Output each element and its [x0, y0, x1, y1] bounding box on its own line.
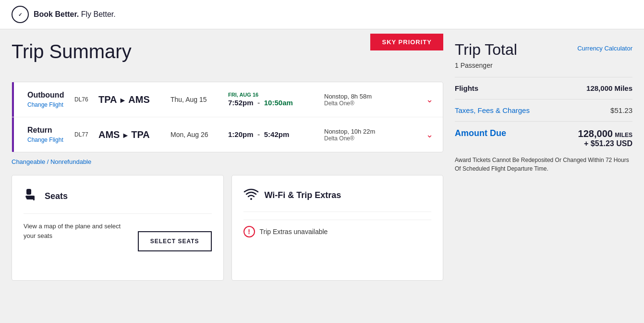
return-type: Return Change Flight	[22, 126, 74, 143]
wifi-card: Wi-Fi & Trip Extras ! Trip Extras unavai…	[231, 175, 444, 281]
passenger-count: 1 Passenger	[455, 62, 632, 69]
right-panel: Trip Total Currency Calculator 1 Passeng…	[455, 41, 632, 281]
seats-content: View a map of the plane and select your …	[24, 222, 212, 251]
outbound-chevron-icon[interactable]: ⌄	[426, 94, 433, 105]
outbound-bar	[12, 82, 14, 117]
outbound-change-flight-link[interactable]: Change Flight	[27, 101, 74, 108]
page-title: Trip Summary	[12, 41, 132, 62]
outbound-flight-row: Outbound Change Flight DL76 TPA►AMS Thu,…	[12, 82, 443, 117]
seats-card-title: Seats	[45, 191, 68, 201]
return-arrive-time: 5:42pm	[264, 130, 290, 138]
return-label: Return	[27, 126, 74, 135]
outbound-nonstop: Nonstop, 8h 58m	[324, 93, 421, 100]
outbound-arrival-date: FRI, AUG 16	[228, 92, 324, 98]
return-chevron-icon[interactable]: ⌄	[426, 129, 433, 140]
flights-price-row: Flights 128,000 Miles	[455, 77, 632, 99]
outbound-type: Outbound Change Flight	[22, 91, 74, 108]
flights-value: 128,000 Miles	[586, 84, 632, 92]
amount-miles-line: 128,000 MILES	[578, 128, 632, 139]
outbound-label: Outbound	[27, 91, 74, 99]
amount-miles-label: MILES	[615, 132, 632, 138]
amount-plus: + $	[584, 139, 595, 148]
outbound-time: FRI, AUG 16 7:52pm - 10:50am	[228, 92, 324, 107]
taxes-label: Taxes, Fees & Charges	[455, 106, 530, 114]
return-cabin: Delta One®	[324, 135, 421, 142]
svg-rect-1	[33, 196, 35, 200]
amount-usd-label: USD	[616, 139, 632, 148]
trip-total-title: Trip Total	[455, 41, 517, 59]
amount-usd-line: + $51.23 USD	[578, 139, 632, 148]
return-flight-number: DL77	[74, 131, 98, 138]
svg-rect-0	[26, 189, 31, 195]
changeable-text: Changeable / Nonrefundable	[12, 158, 443, 165]
svg-point-2	[250, 198, 252, 200]
main-content: Trip Summary SKY PRIORITY Outbound Chang…	[0, 29, 644, 292]
bottom-cards: Seats View a map of the plane and select…	[12, 175, 443, 281]
currency-calculator-link[interactable]: Currency Calculator	[577, 45, 632, 52]
amount-due-value: 128,000 MILES + $51.23 USD	[578, 128, 632, 148]
taxes-value: $51.23	[610, 106, 632, 114]
wifi-divider	[243, 220, 432, 220]
logo-text: Book Better. Fly Better.	[34, 10, 116, 19]
return-flight-row: Return Change Flight DL77 AMS►TPA Mon, A…	[12, 117, 443, 152]
flights-label: Flights	[455, 84, 478, 92]
wifi-card-title: Wi-Fi & Trip Extras	[265, 190, 341, 200]
return-route: AMS►TPA	[98, 129, 170, 140]
amount-usd: 51.23	[595, 139, 614, 148]
return-origin: AMS	[98, 129, 120, 140]
outbound-origin: TPA	[98, 94, 117, 105]
outbound-cabin: Delta One®	[324, 100, 421, 107]
trip-extras-unavailable: ! Trip Extras unavailable	[243, 226, 432, 237]
return-bar	[12, 117, 14, 152]
wifi-icon	[243, 187, 259, 204]
return-depart-time: 1:20pm	[228, 130, 254, 138]
seats-text: View a map of the plane and select your …	[24, 222, 128, 240]
seats-card: Seats View a map of the plane and select…	[12, 175, 224, 281]
return-time: 1:20pm - 5:42pm	[228, 130, 324, 139]
return-change-flight-link[interactable]: Change Flight	[27, 137, 74, 143]
left-panel: Trip Summary SKY PRIORITY Outbound Chang…	[12, 41, 443, 281]
seats-body-text: View a map of the plane and select your …	[24, 222, 128, 240]
seats-card-header: Seats	[24, 187, 212, 214]
return-date: Mon, Aug 26	[170, 131, 228, 138]
outbound-date: Thu, Aug 15	[170, 96, 228, 103]
outbound-dest: AMS	[128, 94, 149, 105]
return-details: Nonstop, 10h 22m Delta One®	[324, 128, 421, 142]
outbound-arrive-time: 10:50am	[264, 99, 293, 107]
logo-icon: ✓	[12, 6, 29, 23]
select-seats-button[interactable]: SELECT SEATS	[138, 231, 212, 251]
outbound-flight-number: DL76	[74, 96, 98, 103]
trip-total-header: Trip Total Currency Calculator	[455, 41, 632, 59]
trip-extras-text: Trip Extras unavailable	[260, 228, 328, 236]
return-dest: TPA	[131, 129, 150, 140]
seat-icon	[24, 187, 39, 206]
flights-container: Outbound Change Flight DL76 TPA►AMS Thu,…	[12, 82, 443, 152]
taxes-price-row: Taxes, Fees & Charges $51.23	[455, 99, 632, 121]
amount-miles: 128,000	[578, 128, 613, 139]
return-nonstop: Nonstop, 10h 22m	[324, 128, 421, 135]
outbound-depart-time: 7:52pm	[228, 99, 254, 107]
amount-due-label: Amount Due	[455, 128, 506, 138]
wifi-card-header: Wi-Fi & Trip Extras	[243, 187, 432, 212]
outbound-details: Nonstop, 8h 58m Delta One®	[324, 93, 421, 107]
warning-icon: !	[243, 226, 255, 237]
sky-priority-button[interactable]: SKY PRIORITY	[370, 34, 443, 50]
header: ✓ Book Better. Fly Better.	[0, 0, 644, 29]
outbound-route: TPA►AMS	[98, 94, 170, 105]
award-notice: Award Tickets Cannot Be Redeposited Or C…	[455, 156, 632, 173]
amount-due-row: Amount Due 128,000 MILES + $51.23 USD	[455, 121, 632, 148]
